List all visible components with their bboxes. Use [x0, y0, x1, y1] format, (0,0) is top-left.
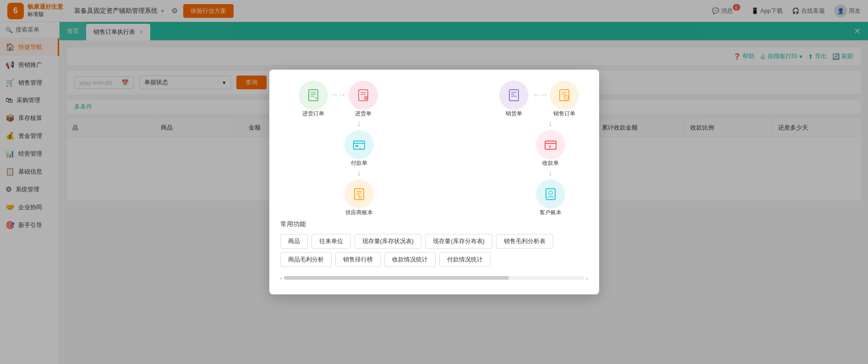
cf-btn-付款情况统计[interactable]: 付款情况统计 — [439, 252, 491, 267]
purchase-order-label: 进货订单 — [302, 110, 324, 118]
svg-rect-9 — [509, 90, 519, 101]
flow-section: 进货订单 - - → 进货单 — [280, 81, 588, 217]
customer-ledger-label: 客户账本 — [540, 209, 562, 217]
svg-rect-29 — [358, 196, 362, 199]
scroll-thumb — [284, 276, 509, 280]
flow-node-sales-order: 销售订单 — [550, 81, 579, 118]
sales-bill-label: 销货单 — [506, 110, 522, 118]
arrow-down-receipt: ↓ — [548, 168, 552, 178]
sales-order-icon[interactable] — [550, 81, 579, 110]
arrow-down-purchase: ↓ — [357, 119, 361, 128]
flow-node-customer: 客户账本 — [536, 179, 565, 217]
cf-btn-销售排行榜[interactable]: 销售排行榜 — [335, 252, 381, 267]
scroll-left-icon[interactable]: ‹ — [280, 275, 282, 282]
flow-node-receipt: ¥ 收款单 — [536, 130, 565, 167]
flow-node-supplier: 供应商账本 — [344, 179, 374, 217]
svg-text:¥: ¥ — [359, 147, 361, 151]
cf-btn-商品[interactable]: 商品 — [280, 234, 308, 249]
receipt-icon[interactable]: ¥ — [536, 130, 565, 159]
svg-point-31 — [549, 191, 552, 195]
scroll-right-icon[interactable]: › — [586, 275, 588, 282]
cf-btn-往来单位[interactable]: 往来单位 — [311, 234, 351, 249]
arrow-down-payment: ↓ — [357, 168, 361, 178]
sales-order-label: 销售订单 — [553, 110, 575, 118]
modal-overlay[interactable]: 进货订单 - - → 进货单 — [0, 0, 868, 364]
cf-btn-现存量(库存分布表)[interactable]: 现存量(库存分布表) — [425, 234, 492, 249]
flow-node-purchase-order: 进货订单 — [299, 81, 328, 118]
receipt-label: 收款单 — [542, 159, 559, 167]
cf-title: 常用功能 — [280, 220, 588, 228]
cf-btn-现存量(库存状况表)[interactable]: 现存量(库存状况表) — [355, 234, 422, 249]
payment-label: 付款单 — [351, 159, 367, 167]
svg-rect-20 — [355, 145, 358, 147]
flow-node-payment: ¥ 付款单 — [344, 130, 374, 167]
supplier-icon[interactable] — [344, 179, 374, 209]
svg-text:¥: ¥ — [548, 144, 551, 149]
flow-node-sales-bill: 销货单 — [499, 81, 529, 118]
modal-scrollbar[interactable]: ‹ › — [280, 272, 588, 283]
cf-buttons: 商品往来单位现存量(库存状况表)现存量(库存分布表)销售毛利分析表商品毛利分析销… — [280, 234, 588, 267]
sales-bill-icon[interactable] — [499, 81, 529, 110]
svg-rect-30 — [546, 189, 555, 200]
cf-btn-销售毛利分析表[interactable]: 销售毛利分析表 — [496, 234, 553, 249]
purchase-order-icon[interactable] — [299, 81, 328, 110]
purchase-bill-label: 进货单 — [355, 110, 371, 118]
purchase-bill-icon[interactable] — [349, 81, 378, 110]
scroll-track[interactable] — [284, 276, 584, 280]
flow-node-purchase-bill: 进货单 — [349, 81, 378, 118]
cf-btn-收款情况统计[interactable]: 收款情况统计 — [384, 252, 436, 267]
payment-icon[interactable]: ¥ — [344, 130, 374, 159]
cf-btn-商品毛利分析[interactable]: 商品毛利分析 — [280, 252, 332, 267]
supplier-ledger-label: 供应商账本 — [345, 209, 373, 217]
quick-nav-modal: 进货订单 - - → 进货单 — [269, 70, 599, 294]
svg-rect-0 — [309, 90, 318, 101]
common-functions-section: 常用功能 商品往来单位现存量(库存状况表)现存量(库存分布表)销售毛利分析表商品… — [280, 220, 588, 267]
arrow-down-sales: ↓ — [548, 119, 552, 128]
customer-icon[interactable] — [536, 179, 565, 209]
